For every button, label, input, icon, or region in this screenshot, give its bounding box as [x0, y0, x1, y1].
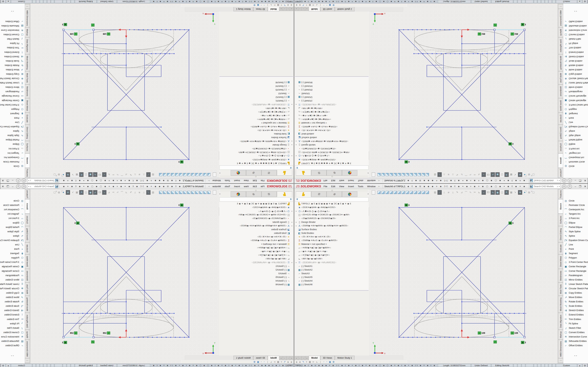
tree-row[interactable]: ☀ ○25∩Ж☀Αm○◉○mΑ☀Ж∩25○: [219, 235, 293, 239]
sketch-tool-item[interactable]: ╰ Fit Spline: [0, 321, 25, 326]
tree-row[interactable]: ⌐ (-) Sketch5: [219, 88, 293, 92]
sketch-tool-item[interactable]: ∿ Spline: [0, 129, 25, 133]
sketch-tool-item[interactable]: ▣ Center Rectangle: [563, 264, 588, 269]
tree-row[interactable]: ◧ Solid Bodies: [219, 132, 293, 136]
tree-row[interactable]: ▱ ○✛Ʒ9◉☀◉[○◉○]◉☀◉9Ʒ✛○: [219, 253, 293, 257]
sketch-tool-item[interactable]: ⠿ Linear Sketch Pattern: [563, 282, 588, 286]
document-tab[interactable]: Model: [268, 7, 279, 11]
sketch-tool-item[interactable]: ⌐ Offset Entities: [0, 19, 25, 24]
command-manager-tab[interactable]: Sketch: [25, 153, 30, 168]
tab-nav-button[interactable]: ‹: [286, 356, 290, 360]
tree-row[interactable]: ◧ Solid Bodies: [219, 231, 293, 235]
tree-row[interactable]: ▸ ⚿ ○253ƐͶИ∪Ͷ✛○◉○✛Ͷ∪ͶИƐ352○: [219, 261, 293, 264]
search-icon[interactable]: ⌕: [557, 185, 558, 188]
tree-row[interactable]: Σ ○25ͶИ◉◦✛Α∪Ɛ○◉○Ɛ∪Α✛◦◉ͶИ25○: [219, 125, 293, 128]
sketch-tool-item[interactable]: ◹ Scale Entities: [563, 59, 588, 63]
command-manager-tab[interactable]: Sheet Metal: [558, 254, 563, 269]
status-cell[interactable]: [541, 0, 545, 3]
motion-tool-icon[interactable]: ▦: [309, 4, 311, 7]
command-manager-tab[interactable]: ⋮: [25, 358, 30, 363]
tree-row[interactable]: ▱ ○◉✛○☀◉[○◉○]◉☀○✛◉○: [295, 114, 369, 117]
relation-badge[interactable]: ≡ 109: [103, 332, 110, 334]
status-cell[interactable]: Under Defined: [97, 364, 117, 367]
motion-tool-icon[interactable]: ✎: [303, 4, 304, 7]
command-manager-tab[interactable]: Markup: [558, 27, 563, 37]
motion-tool-icon[interactable]: ▣: [257, 4, 259, 7]
motion-tool-icon[interactable]: ▦: [309, 360, 311, 363]
sketch-tool-item[interactable]: ⊺ Extend Entities: [563, 50, 588, 54]
pin-icon[interactable]: ➣: [378, 179, 380, 182]
units-globe-icon[interactable]: ◍: [1, 0, 5, 3]
sketch-tool-item[interactable]: ◫ Mirror Entities: [563, 277, 588, 282]
relation-badge[interactable]: ⟋: [91, 341, 95, 343]
relation-badge[interactable]: ▨ 3: [509, 222, 513, 225]
tree-row[interactable]: ◫ ○25✛Ɛ25○ͶИ◉◦✛ƆƐͶƐ25○◉○25ƐͶƐƆ✛◦◉ͶИ○: [219, 213, 293, 217]
quick-access-icons[interactable]: ◉ Ɛ ◉ Ш ◉ ◉ ◉ ✛ ◉ ƆϹ ◉ Ɛ ◉ ✦ ◉ ≡ ◉ ✛ ◉ ◯…: [407, 180, 527, 182]
command-manager-tab[interactable]: Evaluate: [25, 242, 30, 254]
motion-tool-icon[interactable]: ◈: [291, 4, 292, 7]
motion-tool-icon[interactable]: ⊳: [274, 360, 276, 363]
tab-nav-button[interactable]: ‹: [298, 7, 302, 11]
sketch-tool-item[interactable]: ◠ Partial Ellipse: [0, 138, 25, 142]
sketch-tool-item[interactable]: ◠ Partial Ellipse: [563, 138, 588, 142]
sketch-tool-item[interactable]: ◫ Mirror Entities: [563, 85, 588, 90]
sketch-canvas[interactable]: x Y: [369, 189, 558, 364]
tab-nav-button[interactable]: «: [290, 7, 293, 11]
sketch-tool-item[interactable]: ⎔ Polygon: [0, 107, 25, 111]
expander-icon[interactable]: ▸: [291, 210, 293, 212]
tree-row[interactable]: Σ ○25ͶИ◉◦✛Α∪Ɛ○◉○Ɛ∪Α✛◦◉ͶИ25○: [295, 239, 369, 242]
menu-item[interactable]: Insert: [234, 179, 240, 182]
status-cell[interactable]: Custom: [556, 364, 577, 367]
menu-item[interactable]: Window: [367, 179, 376, 182]
help-button[interactable]: ?: [568, 184, 572, 189]
user-account-button[interactable]: ⚇: [22, 184, 26, 189]
sketch-tool-item[interactable]: ⊺ Extend Entities: [0, 50, 25, 54]
command-manager-tab[interactable]: Features: [558, 189, 563, 199]
tree-row[interactable]: ⌐ (-) Sketch5: [219, 275, 293, 279]
tab-nav-button[interactable]: «: [290, 356, 293, 360]
status-cell[interactable]: Editing Sketch6: [491, 364, 513, 367]
tab-nav-button[interactable]: ›: [302, 7, 305, 11]
document-tab[interactable]: 3D Views: [320, 356, 335, 360]
sketch-tool-item[interactable]: ∿ Style Spline: [0, 133, 25, 138]
search-box[interactable]: ⬢ ⌕ ▾: [529, 184, 561, 189]
panel-tab[interactable]: ⊕: [327, 170, 342, 176]
status-cell[interactable]: [36, 0, 39, 3]
restore-button[interactable]: ❐: [7, 179, 9, 182]
sketch-canvas[interactable]: x Y: [30, 189, 219, 364]
document-tab[interactable]: Model: [309, 356, 320, 360]
motion-tool-icon[interactable]: ◈: [299, 4, 301, 7]
sketch-tool-item[interactable]: ∿ Style Spline: [0, 229, 25, 234]
sketch-tool-item[interactable]: ◠ Partial Ellipse: [563, 225, 588, 229]
motion-tool-icon[interactable]: ⊳: [312, 4, 314, 7]
tab-nav-button[interactable]: »: [279, 356, 283, 360]
sketch-tool-item[interactable]: ✲ Circular Sketch Pattern: [563, 76, 588, 81]
sketch-tool-item[interactable]: ◌ Perimeter Circle: [0, 160, 25, 164]
tree-row[interactable]: Σ ○25ͶИ◉◦✛Α∪Ɛ○◉○Ɛ∪Α✛◦◉ͶИ25○: [295, 125, 369, 128]
sketch-tool-item[interactable]: ≋ Intersection Curve: [563, 28, 588, 33]
tree-row[interactable]: ◧ Solid Bodies: [295, 132, 369, 136]
status-cell[interactable]: [51, 0, 54, 3]
sketch-tool-item[interactable]: ∿ Spline: [0, 234, 25, 238]
tree-row[interactable]: ⊾ ○ͶИ◦9◉○◉○◉9◦ͶИ○: [219, 257, 293, 261]
relation-badge[interactable]: ▨ 3: [509, 142, 513, 145]
relation-badge[interactable]: ▨ 3: [521, 23, 526, 26]
command-manager-tab[interactable]: Direct Editing: [558, 226, 563, 242]
tree-row[interactable]: ☰ Material < not specified >: [219, 121, 293, 125]
command-manager-tab[interactable]: Evaluate: [558, 242, 563, 254]
sketch-tool-item[interactable]: ◫ Mirror Entities: [0, 85, 25, 90]
expander-icon[interactable]: ▸: [291, 141, 293, 142]
command-manager-tab[interactable]: Mesh Modeling: [558, 296, 563, 313]
tree-row[interactable]: ◔ ○25◉25ͶИƐ25○◉○25ƐͶИ25◉25○: [295, 147, 369, 150]
status-cell[interactable]: [55, 364, 62, 367]
sketch-tool-item[interactable]: ╱ Line: [0, 120, 25, 125]
sketch-tool-item[interactable]: ∿ Style Spline: [563, 133, 588, 138]
tree-row[interactable]: ▱ ○◉✛○☀◉[○◉○]◉☀○✛◉○: [219, 250, 293, 253]
units-globe-icon[interactable]: ◍: [583, 364, 587, 367]
motion-tool-icon[interactable]: ▦: [277, 360, 279, 363]
tree-row[interactable]: ⌐ (-) Sketch1: [219, 99, 293, 103]
search-dropdown-icon[interactable]: ▾: [28, 186, 29, 187]
sketch-tool-item[interactable]: ⌓ 3 Point Arc: [0, 216, 25, 220]
tree-row[interactable]: ▸ ▯ Design Binder: [219, 220, 293, 224]
sketch-tool-item[interactable]: ↗ Move Entities: [563, 68, 588, 72]
